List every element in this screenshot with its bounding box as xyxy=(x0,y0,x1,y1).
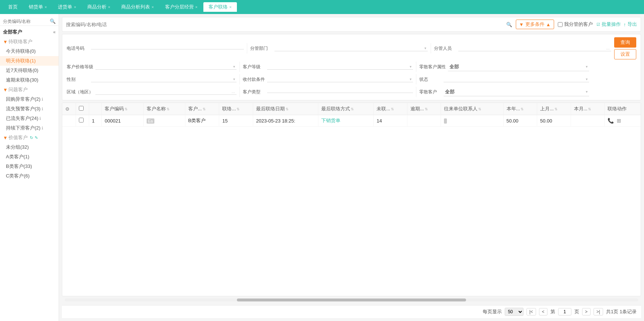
nav-sales-order[interactable]: 销货单 × xyxy=(24,2,52,12)
next-page-button[interactable]: > xyxy=(582,308,591,315)
td-overdue xyxy=(407,115,441,127)
first-page-button[interactable]: |< xyxy=(526,308,536,315)
customer-level-field: 客户等级 ▾ xyxy=(243,64,413,70)
td-this-year: 50.00 xyxy=(503,115,537,127)
sidebar-all-customers[interactable]: 全部客户 « xyxy=(0,27,59,37)
th-contact-person: 往来单位联系人 ⇅ xyxy=(441,103,503,115)
sidebar-item-ungraded[interactable]: 未分组(32) xyxy=(0,142,59,152)
close-icon[interactable]: × xyxy=(229,5,231,9)
set-button[interactable]: 设置 xyxy=(614,49,636,59)
filter-row-4: 区域（地区） … 客户类型 零散客户 全部 xyxy=(67,87,636,97)
query-button[interactable]: 查询 xyxy=(614,37,636,48)
sort-icon[interactable]: ⇅ xyxy=(203,107,206,111)
settings-icon[interactable]: ⚙ xyxy=(65,106,70,112)
nav-product-analysis-list[interactable]: 商品分析列表 × xyxy=(116,2,159,12)
td-last-method: 下销货单 xyxy=(318,115,374,127)
person-input[interactable]: … xyxy=(458,45,611,51)
last-contact-link[interactable]: 下销货单 xyxy=(321,118,340,123)
prev-page-button[interactable]: < xyxy=(539,308,547,315)
close-icon[interactable]: × xyxy=(195,5,197,9)
top-actions: ☑ 批量操作 ↑ 导出 xyxy=(596,21,637,28)
sidebar-item-declining[interactable]: 持续下滑客户(2) ℹ xyxy=(0,123,59,133)
sidebar-item-class-a[interactable]: A类客户(1) xyxy=(0,152,59,162)
last-page-button[interactable]: >| xyxy=(594,308,603,315)
close-icon[interactable]: × xyxy=(45,5,47,9)
gender-input[interactable]: ▾ xyxy=(91,76,237,82)
data-table: ⚙ 客户编码 ⇅ xyxy=(62,103,641,127)
phone-input[interactable] xyxy=(91,48,244,49)
th-name: 客户名称 ⇅ xyxy=(143,103,185,115)
sidebar-item-repurchase-abnormal[interactable]: 回购异常客户(2) ℹ xyxy=(0,94,59,104)
filter-row-2: 客户价格等级 ▾ 客户等级 ▾ 零散客户属性 xyxy=(67,62,636,72)
sidebar-item-churned[interactable]: 已流失客户(24) ℹ xyxy=(0,114,59,123)
page-input[interactable] xyxy=(558,308,571,315)
scrollbar-thumb xyxy=(237,298,466,301)
more-action-icon[interactable]: ⊞ xyxy=(617,118,621,124)
customer-level-input[interactable]: ▾ xyxy=(267,64,413,70)
search-button[interactable]: 🔍 xyxy=(506,22,512,27)
sort-icon[interactable]: ⇅ xyxy=(391,107,394,111)
sidebar-item-churn-warning[interactable]: 流失预警客户(3) ℹ xyxy=(0,104,59,114)
close-icon[interactable]: × xyxy=(108,5,110,9)
filter-bar: 🔍 ▼ 更多条件 ▲ 我分管的客户 ☑ 批量操作 ↑ 导出 xyxy=(62,17,641,32)
select-all-checkbox[interactable] xyxy=(79,106,84,111)
sidebar-item-tomorrow[interactable]: 明天待联络(1) xyxy=(0,56,59,66)
nav-customer-contact[interactable]: 客户联络 × xyxy=(203,2,237,12)
advanced-filter: 电话号码 分管部门 ▾ 分管人员 xyxy=(62,34,641,100)
per-page-select[interactable]: 10 20 50 100 xyxy=(505,308,524,316)
gender-field: 性别 ▾ xyxy=(67,76,237,83)
td-code: 000021 xyxy=(102,115,143,127)
row-checkbox[interactable] xyxy=(79,118,84,122)
nav-home[interactable]: 首页 xyxy=(3,2,23,12)
sort-icon[interactable]: ⇅ xyxy=(425,107,428,111)
batch-ops-button[interactable]: ☑ 批量操作 xyxy=(596,21,621,28)
nav-customer-tier[interactable]: 客户分层经营 × xyxy=(160,2,203,12)
sort-icon[interactable]: ⇅ xyxy=(554,107,557,111)
sort-icon[interactable]: ⇅ xyxy=(478,107,481,111)
retail-attr-field: 零散客户属性 全部 ▾ xyxy=(419,63,589,71)
sidebar-item-class-c[interactable]: C类客户(6) xyxy=(0,171,59,181)
phone-action-icon[interactable]: 📞 xyxy=(608,118,614,124)
filter-buttons: 查询 设置 xyxy=(614,37,636,59)
payment-input[interactable]: ▾ xyxy=(267,76,413,82)
close-icon[interactable]: × xyxy=(74,5,76,9)
sort-icon[interactable]: ⇅ xyxy=(286,107,288,111)
sort-icon[interactable]: ⇅ xyxy=(167,107,169,111)
sort-icon[interactable]: ⇅ xyxy=(125,107,127,111)
dept-input[interactable]: ▾ xyxy=(274,45,427,51)
nav-purchase-order[interactable]: 进货单 × xyxy=(53,2,81,12)
customer-type-input[interactable] xyxy=(267,91,413,93)
contact-person-masked xyxy=(444,118,447,124)
sidebar-item-7days[interactable]: 近7天待联络(0) xyxy=(0,66,59,75)
more-conditions-button[interactable]: ▼ 更多条件 ▲ xyxy=(516,20,554,29)
sort-icon[interactable]: ⇅ xyxy=(521,107,524,111)
th-last-method: 最后联络方式 ⇅ xyxy=(318,103,374,115)
close-icon[interactable]: × xyxy=(151,5,154,9)
sidebar-item-class-b[interactable]: B类客户(33) xyxy=(0,162,59,171)
sort-icon[interactable]: ⇅ xyxy=(351,107,354,111)
th-this-year: 本年... ⇅ xyxy=(503,103,537,115)
payment-field: 收付款条件 ▾ xyxy=(243,76,413,83)
export-button[interactable]: ↑ 导出 xyxy=(624,21,637,28)
horizontal-scrollbar[interactable] xyxy=(65,298,638,301)
status-input[interactable]: ▾ xyxy=(444,76,589,82)
my-customers-checkbox-label[interactable]: 我分管的客户 xyxy=(558,21,593,28)
refresh-icon[interactable]: ↻ xyxy=(30,135,33,140)
sort-icon[interactable]: ⇅ xyxy=(588,107,591,111)
my-customers-checkbox[interactable] xyxy=(558,22,563,27)
region-input[interactable]: … xyxy=(95,89,237,95)
search-input[interactable] xyxy=(66,22,503,27)
price-level-input[interactable]: ▾ xyxy=(95,64,237,70)
sidebar-item-today[interactable]: 今天待联络(0) xyxy=(0,46,59,56)
sidebar-search-input[interactable] xyxy=(3,19,50,24)
dept-field: 分管部门 ▾ xyxy=(250,45,427,52)
retail-attr-input[interactable]: 全部 ▾ xyxy=(448,63,589,71)
region-field: 区域（地区） … xyxy=(67,89,237,95)
sidebar-item-overdue[interactable]: 逾期未联络(30) xyxy=(0,75,59,85)
retail-customer-input[interactable]: 全部 ▾ xyxy=(444,88,589,96)
nav-product-analysis[interactable]: 商品分析 × xyxy=(82,2,115,12)
th-actions: 联络动作 xyxy=(605,103,641,115)
sort-icon[interactable]: ⇅ xyxy=(237,107,239,111)
edit-icon[interactable]: ✎ xyxy=(35,135,38,140)
search-icon[interactable]: 🔍 xyxy=(50,18,56,24)
